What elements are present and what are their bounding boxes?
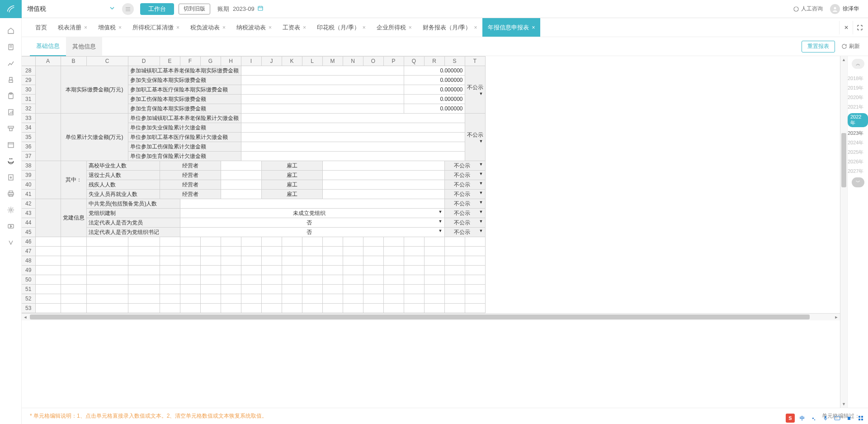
row-header[interactable]: 52 [22, 294, 35, 304]
tab-close-icon[interactable]: × [269, 24, 272, 31]
cell[interactable] [261, 256, 282, 266]
cell[interactable] [302, 237, 322, 247]
cell[interactable] [363, 237, 383, 247]
cell[interactable] [61, 304, 86, 313]
nav-bowl-icon[interactable] [0, 153, 22, 169]
col-header[interactable]: S [444, 57, 465, 66]
tab-close-icon[interactable]: × [118, 24, 122, 31]
cell[interactable] [35, 294, 61, 304]
cell[interactable] [465, 304, 485, 313]
cell[interactable] [160, 285, 180, 294]
app-logo[interactable] [0, 0, 22, 18]
cell[interactable] [444, 285, 465, 294]
nav-export-icon[interactable] [0, 169, 22, 186]
cell[interactable] [35, 237, 61, 247]
cell[interactable] [200, 275, 221, 285]
cell[interactable] [241, 275, 261, 285]
cell[interactable] [241, 304, 261, 313]
cell[interactable]: 经营者 [160, 171, 221, 180]
ime-punct-icon[interactable]: •, [809, 414, 818, 423]
ime-zh-icon[interactable]: 中 [797, 414, 807, 423]
cell[interactable] [200, 247, 221, 256]
col-header[interactable]: N [343, 57, 363, 66]
cell[interactable] [424, 275, 444, 285]
cell[interactable] [282, 304, 302, 313]
cell[interactable]: 0.000000 [404, 95, 465, 104]
col-header[interactable]: B [61, 57, 86, 66]
cell[interactable] [160, 275, 180, 285]
cell[interactable] [383, 275, 404, 285]
subtab-basic-info[interactable]: 基础信息 [30, 37, 66, 56]
cell[interactable] [241, 142, 465, 152]
user-menu[interactable]: 徐泽华 [830, 4, 859, 14]
cell[interactable] [282, 237, 302, 247]
year-option[interactable]: 2023年 [848, 130, 868, 137]
cell[interactable] [444, 247, 465, 256]
tab-10[interactable]: 年报信息申报表× [482, 18, 540, 37]
nav-v-icon[interactable] [0, 234, 22, 251]
row-header[interactable]: 51 [22, 285, 35, 294]
nav-chart-icon[interactable] [0, 55, 22, 71]
cell[interactable] [302, 266, 322, 275]
row-header[interactable]: 49 [22, 266, 35, 275]
cell[interactable]: 参加城镇职工基本养老保险本期实际缴费金额 [128, 66, 241, 76]
cell[interactable] [61, 237, 86, 247]
cell[interactable] [241, 247, 261, 256]
tab-close-icon[interactable]: × [532, 24, 535, 31]
cell[interactable] [128, 285, 160, 294]
cell[interactable]: 不公示▼ [444, 218, 485, 228]
cell[interactable] [86, 275, 128, 285]
vertical-scrollbar[interactable]: ▲ ▼ [840, 56, 847, 408]
cell[interactable]: 未成立党组织▼ [180, 209, 444, 218]
nav-print-icon[interactable] [0, 186, 22, 202]
row-header[interactable]: 50 [22, 275, 35, 285]
cell[interactable] [404, 247, 424, 256]
cell[interactable] [465, 285, 485, 294]
spreadsheet[interactable]: ABCDEFGHIJKLMNOPQRST28本期实际缴费金额(万元)参加城镇职工… [22, 56, 840, 408]
row-header[interactable]: 33 [22, 114, 35, 123]
cell[interactable] [180, 275, 200, 285]
cell[interactable] [383, 237, 404, 247]
cell[interactable]: 参加职工基本医疗保险本期实际缴费金额 [128, 85, 241, 95]
cell[interactable] [322, 190, 444, 199]
cell[interactable]: 雇工 [261, 161, 322, 171]
nav-calendar-icon[interactable] [0, 137, 22, 153]
cell[interactable] [221, 275, 241, 285]
cell[interactable] [302, 256, 322, 266]
cell[interactable] [261, 237, 282, 247]
col-header[interactable]: K [282, 57, 302, 66]
cell[interactable]: 参加生育保险本期实际缴费金额 [128, 104, 241, 114]
cell[interactable] [465, 237, 485, 247]
cell[interactable] [343, 237, 363, 247]
cell[interactable]: 否▼ [180, 218, 444, 228]
expand-tabs-button[interactable] [853, 21, 866, 34]
cell[interactable] [424, 304, 444, 313]
cell[interactable] [86, 266, 128, 275]
cell[interactable] [221, 180, 261, 190]
cell[interactable] [221, 161, 261, 171]
cell[interactable]: 高校毕业生人数 [86, 161, 160, 171]
cell[interactable] [363, 266, 383, 275]
cell[interactable] [261, 294, 282, 304]
cell[interactable] [282, 266, 302, 275]
cell[interactable]: 经营者 [160, 161, 221, 171]
cell[interactable]: 否▼ [180, 228, 444, 237]
cell[interactable] [241, 152, 465, 161]
cell[interactable]: 经营者 [160, 180, 221, 190]
cell[interactable] [383, 304, 404, 313]
tab-close-icon[interactable]: × [363, 24, 366, 31]
cell[interactable] [322, 237, 343, 247]
cell[interactable] [200, 256, 221, 266]
cell[interactable] [61, 294, 86, 304]
cell[interactable] [322, 247, 343, 256]
cell[interactable]: 参加失业保险本期实际缴费金额 [128, 76, 241, 85]
cell[interactable]: 参加工伤保险本期实际缴费金额 [128, 95, 241, 104]
cell[interactable] [363, 285, 383, 294]
cell[interactable] [241, 123, 465, 133]
cell[interactable]: 经营者 [160, 190, 221, 199]
cell[interactable] [424, 285, 444, 294]
col-header[interactable]: T [465, 57, 485, 66]
cell[interactable]: 退役士兵人数 [86, 171, 160, 180]
cell[interactable] [86, 294, 128, 304]
row-header[interactable]: 30 [22, 85, 35, 95]
